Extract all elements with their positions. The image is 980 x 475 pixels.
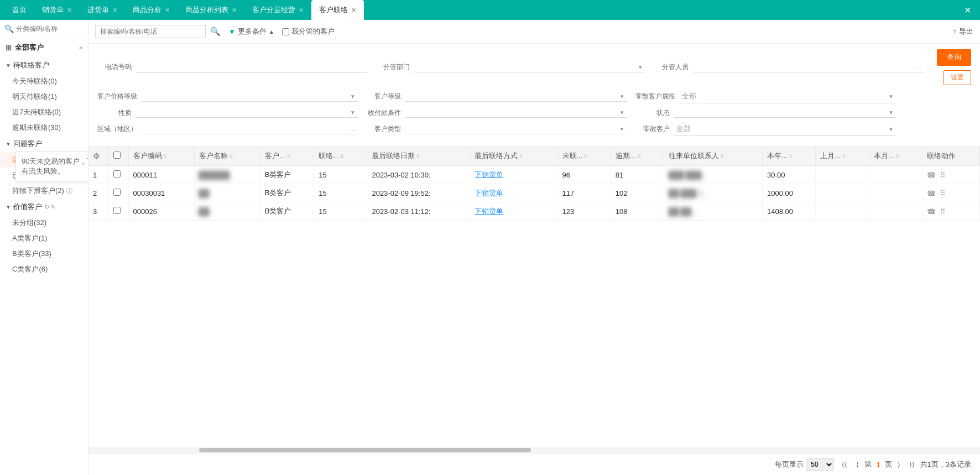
search-input[interactable] [95,25,206,38]
row-way-link-1[interactable]: 下销货单 [475,189,503,197]
select-all-checkbox[interactable] [113,152,121,159]
today-label: 今天待联络(0) [12,77,57,85]
my-customers-checkbox[interactable]: 我分管的客户 [282,27,335,36]
tab-analysis[interactable]: 商品分析 ✕ [125,0,178,20]
current-page-number: 1 [874,461,882,469]
tab-customer-contact-close[interactable]: ✕ [351,7,356,14]
sidebar-item-today[interactable]: 今天待联络(0) [0,74,88,89]
tab-purchase[interactable]: 进货单 ✕ [80,0,125,20]
row-checkbox-1[interactable] [108,184,128,202]
sidebar-section-title-problem[interactable]: ▼ 问题客户 [0,135,88,152]
sidebar-item-class-b[interactable]: B类客户(33) [0,246,88,262]
sort-level-icon[interactable]: ⇅ [286,154,291,159]
staff-select[interactable]: … [693,62,924,72]
sort-last-way-icon[interactable]: ⇅ [519,154,523,159]
sidebar-section-problem: ▼ 问题客户 90天未交易的客户，可能有流失风险。 流失预警客户(3) ⚠ 已流… [0,135,88,199]
row-checkbox-2[interactable] [108,202,128,221]
payment-select[interactable]: ▼ [405,108,627,118]
sort-last-month-icon[interactable]: ⇅ [842,154,846,159]
next-page-btn[interactable]: ⟩ [894,460,904,469]
sidebar-section-pending: ▼ 待联络客户 今天待联络(0) 明天待联络(1) 近7天待联络(0) 逾期未联… [0,57,88,135]
row-way-link-0[interactable]: 下销货单 [475,170,503,179]
tab-customer-tier-close[interactable]: ✕ [299,7,304,14]
filter-row-2: 客户价格等级 ▼ 客户等级 ▼ 零散客户属性 全部 [97,90,971,103]
col-settings[interactable]: ⚙ [88,147,108,166]
window-close-button[interactable]: ✕ [960,5,976,15]
gender-select[interactable]: ▼ [136,108,358,118]
sidebar-section-title-value[interactable]: ▼ 价值客户 ↻ ✎ [0,199,88,215]
sidebar-section-title-pending[interactable]: ▼ 待联络客户 [0,57,88,74]
row-check-0[interactable] [113,170,121,178]
sidebar-item-overdue[interactable]: 逾期未联络(30) [0,120,88,135]
value-edit-icon[interactable]: ✎ [50,203,55,211]
query-btn[interactable]: 查询 [937,49,971,66]
export-btn[interactable]: ↑ 导出 [953,27,973,36]
search-icon[interactable]: 🔍 [210,27,221,36]
sort-overdue-icon[interactable]: ⇅ [637,154,642,159]
tab-customer-tier[interactable]: 客户分层经营 ✕ [244,0,311,20]
tab-purchase-close[interactable]: ✕ [112,7,117,14]
sidebar-item-7days[interactable]: 近7天待联络(0) [0,105,88,120]
sidebar-item-declining[interactable]: 持续下滑客户(2) ⓘ [0,183,88,199]
row-date-0: 2023-03-02 10:30: [367,166,470,184]
last-page-btn[interactable]: ⟩⟩ [906,460,918,469]
sort-code-icon[interactable]: ⇅ [163,154,168,159]
my-customers-check[interactable] [282,28,289,35]
sort-uncontacted-icon[interactable]: ⇅ [583,154,588,159]
sort-last-date-icon[interactable]: ⇅ [416,154,420,159]
sidebar-item-tomorrow[interactable]: 明天待联络(1) [0,89,88,105]
filter-staff-field: 分管人员 … [654,62,924,72]
row-contact-icon-1[interactable]: ☎ [927,189,936,197]
row-way-link-2[interactable]: 下销货单 [475,207,503,215]
tab-analysis-list[interactable]: 商品分析列表 ✕ [178,0,244,20]
sidebar-item-class-c[interactable]: C类客户(6) [0,262,88,277]
scrollbar-thumb[interactable] [199,448,531,452]
sidebar-collapse-icon[interactable]: « [79,44,82,51]
col-contacts: 联络...⇅ [314,147,367,166]
first-page-btn[interactable]: ⟨⟨ [838,460,851,469]
sort-this-month-icon[interactable]: ⇅ [895,154,900,159]
status-select[interactable]: ▼ [674,108,896,118]
churn-warning-tooltip: 90天未交易的客户，可能有流失风险。 [15,152,88,181]
more-conditions-arrow: ▲ [269,29,274,35]
tab-analysis-close[interactable]: ✕ [165,7,170,14]
row-more-icon-2[interactable]: ⠿ [940,207,946,216]
row-check-2[interactable] [113,207,121,214]
more-conditions-btn[interactable]: ▼ 更多条件 ▲ [225,24,278,39]
row-checkbox-0[interactable] [108,166,128,184]
row-contact-icon-0[interactable]: ☎ [927,171,936,179]
row-more-icon-1[interactable]: ⠿ [940,189,946,197]
tab-sales-close[interactable]: ✕ [67,7,72,14]
row-more-icon-0[interactable]: ⠿ [940,171,946,179]
phone-input[interactable] [136,61,367,73]
settings-gear-icon[interactable]: ⚙ [93,152,100,160]
value-refresh-icon[interactable]: ↻ [44,203,49,211]
tab-customer-contact[interactable]: 客户联络 ✕ [311,0,364,20]
dept-select[interactable]: ▼ [414,62,645,72]
region-select[interactable]: … [142,124,358,134]
cust-type-select[interactable]: ▼ [405,124,627,134]
tab-analysis-list-close[interactable]: ✕ [232,7,237,14]
sort-this-year-icon[interactable]: ⇅ [789,154,793,159]
sidebar-all-customers[interactable]: ⊞ 全部客户 « [0,38,88,57]
tab-home[interactable]: 首页 [4,0,34,20]
zero-retail-select[interactable]: 全部 ▼ [674,122,896,136]
sort-unit-contact-icon[interactable]: ⇅ [720,154,724,159]
zero-retail-attr-select[interactable]: 全部 ▼ [680,90,896,103]
sidebar-item-ungrouped[interactable]: 未分组(32) [0,215,88,231]
cust-level-select[interactable]: ▼ [405,92,627,102]
sidebar-search-input[interactable] [16,25,84,33]
page-size-select[interactable]: 50 10 20 100 [806,458,834,471]
prev-page-btn[interactable]: ⟨ [853,460,862,469]
price-level-select[interactable]: ▼ [142,92,358,102]
cust-level-chevron: ▼ [619,93,624,100]
horizontal-scrollbar[interactable] [88,447,980,453]
row-check-1[interactable] [113,189,121,196]
sort-contacts-icon[interactable]: ⇅ [340,154,345,159]
settings-btn[interactable]: 设置 [943,70,971,85]
sidebar-item-class-a[interactable]: A类客户(1) [0,231,88,246]
row-contact-icon-2[interactable]: ☎ [927,207,936,216]
sort-name-icon[interactable]: ⇅ [229,154,233,159]
tab-sales[interactable]: 销货单 ✕ [34,0,80,20]
sidebar-search-bar: 🔍 [0,20,88,38]
